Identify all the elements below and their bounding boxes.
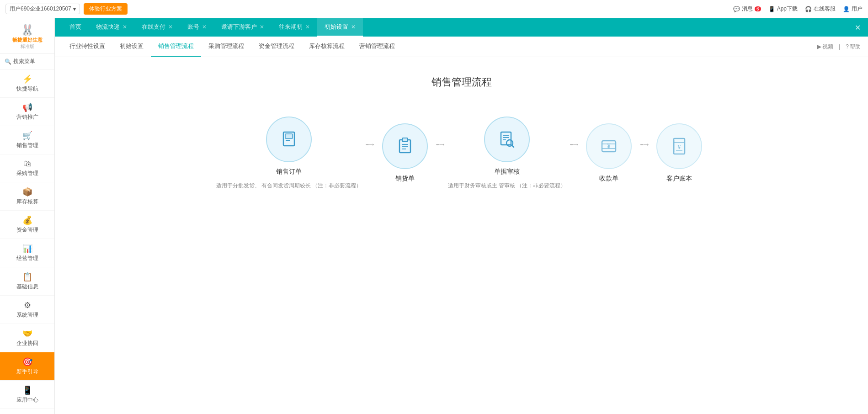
- enterprise-label: 企业协同: [16, 340, 38, 347]
- svg-rect-4: [285, 134, 293, 138]
- message-item[interactable]: 💬 消息 6: [733, 5, 761, 13]
- sales-label: 销售管理: [16, 142, 38, 149]
- sub-tab-purchase-flow[interactable]: 采购管理流程: [201, 37, 251, 57]
- sidebar-item-purchase[interactable]: 🛍 采购管理: [0, 154, 54, 182]
- user-selector-label: 用户690企业1660120507: [10, 5, 71, 13]
- nav-tab-close-period-init[interactable]: ✕: [305, 24, 310, 30]
- video-action[interactable]: ▶ 视频: [817, 43, 833, 51]
- sidebar-item-enterprise-wechat[interactable]: 💬 企业微信: [0, 409, 54, 414]
- nav-tab-init-setup[interactable]: 初始设置✕: [317, 18, 363, 37]
- quick-nav-icon: ⚡: [22, 74, 32, 84]
- basic-icon: 📋: [22, 272, 32, 282]
- sidebar-item-inventory[interactable]: 📦 库存核算: [0, 182, 54, 211]
- trial-button[interactable]: 体验行业方案: [84, 3, 128, 15]
- flow-title: 销售管理流程: [82, 75, 841, 89]
- nav-tab-logistics[interactable]: 物流快递✕: [89, 18, 134, 37]
- action-separator: |: [839, 43, 840, 51]
- sidebar-search[interactable]: 🔍 搜索菜单: [0, 54, 54, 69]
- purchase-icon: 🛍: [23, 159, 32, 169]
- user-name-label: 用户: [852, 5, 863, 13]
- marketing-label: 营销推广: [16, 113, 38, 121]
- nav-tab-close-init-setup[interactable]: ✕: [351, 24, 356, 30]
- nav-tab-close-logistics[interactable]: ✕: [122, 24, 127, 30]
- nav-tab-period-init[interactable]: 往来期初✕: [272, 18, 317, 37]
- newbie-label: 新手引导: [16, 368, 38, 376]
- svg-rect-24: [673, 140, 675, 153]
- sidebar-item-enterprise[interactable]: 🤝 企业协同: [0, 324, 54, 352]
- finance-icon: 💰: [22, 215, 32, 225]
- flow-circle-customer-ledger[interactable]: ¥: [656, 123, 702, 169]
- sidebar-item-basic[interactable]: 📋 基础信息: [0, 267, 54, 296]
- user-avatar-item[interactable]: 👤 用户: [843, 5, 863, 13]
- nav-tab-close-account[interactable]: ✕: [202, 24, 207, 30]
- sidebar-items: ⚡ 快捷导航 📢 营销推广 🛒 销售管理 🛍 采购管理 📦 库存核算 💰 资金管…: [0, 69, 54, 414]
- sub-tab-marketing-flow[interactable]: 营销管理流程: [352, 37, 402, 57]
- flow-node-desc-sales-order: 适用于分批发货、 有合同发货周期较长 （注：非必要流程）: [216, 181, 362, 190]
- sub-tab-init[interactable]: 初始设置: [112, 37, 151, 57]
- logo-sub: 标准版: [21, 43, 34, 50]
- flow-circle-delivery-note[interactable]: [382, 123, 428, 169]
- flow-node-customer-ledger: ¥ 客户账本: [652, 123, 707, 183]
- sidebar-item-system[interactable]: ⚙ 系统管理: [0, 296, 54, 324]
- user-selector[interactable]: 用户690企业1660120507 ▾: [5, 4, 80, 14]
- nav-tab-account[interactable]: 账号✕: [180, 18, 214, 37]
- app-download-icon: 📱: [768, 6, 775, 12]
- video-icon: ▶: [817, 43, 821, 50]
- search-label: 搜索菜单: [13, 58, 35, 65]
- sidebar-item-finance[interactable]: 💰 资金管理: [0, 211, 54, 239]
- flow-node-sales-order: 销售订单适用于分批发货、 有合同发货周期较长 （注：非必要流程）: [216, 117, 362, 190]
- nav-tab-label-invite: 邀请下游客户: [221, 23, 257, 31]
- flow-circle-doc-audit[interactable]: [484, 117, 530, 162]
- sales-icon: 🛒: [22, 131, 32, 141]
- nav-tab-label-logistics: 物流快递: [96, 23, 120, 31]
- content-area: 行业特性设置初始设置销售管理流程采购管理流程资金管理流程库存核算流程营销管理流程…: [55, 37, 868, 414]
- nav-tab-close-payment[interactable]: ✕: [168, 24, 173, 30]
- sidebar-item-app-center[interactable]: 📱 应用中心: [0, 381, 54, 409]
- finance-label: 资金管理: [16, 226, 38, 234]
- sidebar-item-quick-nav[interactable]: ⚡ 快捷导航: [0, 69, 54, 98]
- flow-circle-receipt[interactable]: ¥: [586, 123, 632, 169]
- nav-tab-close-invite[interactable]: ✕: [260, 24, 264, 30]
- app-download-item[interactable]: 📱 App下载: [768, 5, 798, 13]
- sidebar-item-newbie[interactable]: 🎯 新手引导: [0, 352, 54, 381]
- sub-tab-sales-flow[interactable]: 销售管理流程: [151, 37, 201, 57]
- nav-tab-home[interactable]: 首页: [62, 18, 89, 37]
- app-center-icon: 📱: [22, 385, 32, 395]
- flow-node-title-customer-ledger: 客户账本: [666, 175, 692, 183]
- nav-tab-label-account: 账号: [187, 23, 199, 31]
- top-bar-right: 💬 消息 6 📱 App下载 🎧 在线客服 👤 用户: [733, 5, 863, 13]
- inventory-label: 库存核算: [16, 198, 38, 206]
- sub-tab-industry[interactable]: 行业特性设置: [62, 37, 112, 57]
- sidebar-item-marketing[interactable]: 📢 营销推广: [0, 98, 54, 126]
- sidebar-item-sales[interactable]: 🛒 销售管理: [0, 126, 54, 154]
- nav-tab-label-init-setup: 初始设置: [325, 23, 348, 31]
- nav-tab-invite[interactable]: 邀请下游客户✕: [214, 18, 272, 37]
- flow-content: 销售管理流程 销售订单适用于分批发货、 有合同发货周期较长 （注：非必要流程）‑…: [55, 57, 868, 208]
- sub-tab-inventory-flow[interactable]: 库存核算流程: [302, 37, 352, 57]
- nav-tab-payment[interactable]: 在线支付✕: [134, 18, 180, 37]
- flow-node-delivery-note: 销货单: [378, 123, 432, 183]
- sidebar-logo: 🐰 畅捷通好生意 标准版: [0, 18, 54, 54]
- flow-node-title-receipt: 收款单: [599, 175, 618, 183]
- help-action[interactable]: ? 帮助: [846, 43, 861, 51]
- nav-tab-label-payment: 在线支付: [142, 23, 165, 31]
- sidebar-item-operation[interactable]: 📊 经营管理: [0, 239, 54, 267]
- flow-arrow-1: ‑‑→: [436, 138, 444, 168]
- flow-circle-sales-order[interactable]: [266, 117, 312, 162]
- online-service-label: 在线客服: [814, 5, 836, 13]
- main-layout: 🐰 畅捷通好生意 标准版 🔍 搜索菜单 ⚡ 快捷导航 📢 营销推广 🛒 销售管理…: [0, 18, 868, 414]
- online-service-item[interactable]: 🎧 在线客服: [805, 5, 836, 13]
- nav-close-all-button[interactable]: ✕: [855, 23, 861, 32]
- marketing-icon: 📢: [22, 102, 32, 112]
- top-bar: 用户690企业1660120507 ▾ 体验行业方案 💬 消息 6 📱 App下…: [0, 0, 868, 18]
- app-download-label: App下载: [777, 5, 798, 13]
- nav-tab-label-period-init: 往来期初: [279, 23, 303, 31]
- top-bar-left: 用户690企业1660120507 ▾ 体验行业方案: [5, 3, 128, 15]
- enterprise-icon: 🤝: [22, 329, 32, 339]
- help-icon: ?: [846, 43, 849, 50]
- headset-icon: 🎧: [805, 6, 812, 12]
- message-icon: 💬: [733, 6, 740, 12]
- sub-tab-capital-flow[interactable]: 资金管理流程: [251, 37, 302, 57]
- flow-arrow-0: ‑‑→: [366, 138, 374, 168]
- nav-tabs: 首页物流快递✕在线支付✕账号✕邀请下游客户✕往来期初✕初始设置✕✕: [55, 18, 868, 37]
